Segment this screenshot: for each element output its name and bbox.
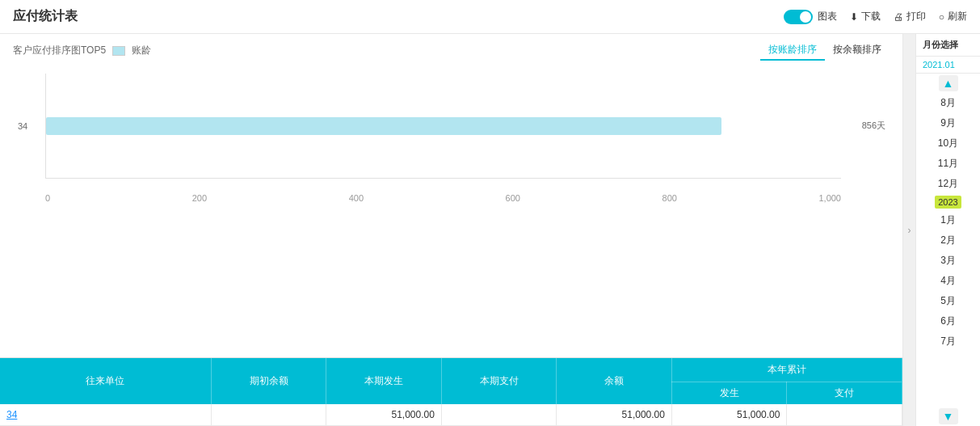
cell-current-occur: 51,000.00 xyxy=(326,404,442,426)
col-current-pay: 本期支付 xyxy=(441,358,557,404)
x-axis: 0 200 400 600 800 1,000 xyxy=(45,193,841,203)
cell-current-pay xyxy=(441,404,557,426)
month-item[interactable]: 6月 xyxy=(928,311,967,331)
x-tick-1000: 1,000 xyxy=(818,193,841,203)
col-balance: 余额 xyxy=(557,358,672,404)
collapse-arrow[interactable]: › xyxy=(902,34,915,426)
chart-area: 34 856天 0 200 400 600 800 1,000 xyxy=(0,67,902,357)
sort-by-amount-btn[interactable]: 按余额排序 xyxy=(825,40,890,61)
main-content: 客户应付排序图TOP5 账龄 按账龄排序 按余额排序 34 xyxy=(0,34,980,426)
month-item[interactable]: 12月 xyxy=(928,174,967,194)
nav-down-button[interactable]: ▼ xyxy=(939,408,958,424)
sidebar-header: 月份选择 xyxy=(916,34,980,57)
cell-ytd-occur: 51,000.00 xyxy=(671,404,787,426)
table-wrap: 往来单位 期初余额 本期发生 本期支付 余额 本年累计 发生 支付 xyxy=(0,358,902,426)
month-item[interactable]: 11月 xyxy=(928,154,967,174)
chart-header: 客户应付排序图TOP5 账龄 按账龄排序 按余额排序 xyxy=(0,34,902,67)
cell-balance: 51,000.00 xyxy=(557,404,672,426)
refresh-label: 刷新 xyxy=(948,10,967,23)
refresh-button[interactable]: ○ 刷新 xyxy=(939,10,967,23)
month-item[interactable]: 5月 xyxy=(928,291,967,311)
col-current-occur: 本期发生 xyxy=(326,358,442,404)
sidebar-nav: ▲ 8月9月10月11月12月20231月2月3月4月5月6月7月 ▼ xyxy=(916,74,980,426)
data-table: 往来单位 期初余额 本期发生 本期支付 余额 本年累计 发生 支付 xyxy=(0,358,902,426)
sidebar: 月份选择 2021.01 ▲ 8月9月10月11月12月20231月2月3月4月… xyxy=(915,34,980,426)
cell-ytd-pay xyxy=(787,404,902,426)
bar-row: 34 856天 xyxy=(46,115,841,137)
chart-legend: 客户应付排序图TOP5 账龄 xyxy=(13,44,151,57)
x-tick-200: 200 xyxy=(192,193,207,203)
nav-up-button[interactable]: ▲ xyxy=(939,75,958,91)
col-ytd: 本年累计 xyxy=(671,358,902,382)
header: 应付统计表 图表 ⬇ 下载 🖨 打印 ○ 刷新 xyxy=(0,0,980,34)
cell-opening xyxy=(211,404,326,426)
print-button[interactable]: 🖨 打印 xyxy=(894,10,926,23)
x-tick-400: 400 xyxy=(349,193,364,203)
month-item[interactable]: 7月 xyxy=(928,331,967,352)
chart-sort: 按账龄排序 按余额排序 xyxy=(760,40,890,61)
print-icon: 🖨 xyxy=(894,11,903,23)
table-section: 往来单位 期初余额 本期发生 本期支付 余额 本年累计 发生 支付 xyxy=(0,357,902,426)
chart-plot: 34 856天 xyxy=(45,74,841,179)
chart-toggle-label: 图表 xyxy=(818,10,837,23)
download-icon: ⬇ xyxy=(850,11,858,23)
table-header-top: 往来单位 期初余额 本期发生 本期支付 余额 本年累计 xyxy=(0,358,902,382)
col-incoming: 往来单位 xyxy=(0,358,211,404)
table-body: 34 51,000.00 51,000.00 51,000.00 xyxy=(0,404,902,426)
download-button[interactable]: ⬇ 下载 xyxy=(850,10,881,23)
month-item[interactable]: 3月 xyxy=(928,251,967,271)
sort-by-balance-btn[interactable]: 按账龄排序 xyxy=(760,40,825,61)
chart-section: 客户应付排序图TOP5 账龄 按账龄排序 按余额排序 34 xyxy=(0,34,902,426)
col-opening: 期初余额 xyxy=(211,358,326,404)
year-badge[interactable]: 2023 xyxy=(935,196,961,209)
header-actions: 图表 ⬇ 下载 🖨 打印 ○ 刷新 xyxy=(784,10,967,24)
sidebar-current: 2021.01 xyxy=(916,57,980,74)
x-tick-600: 600 xyxy=(506,193,520,203)
cell-incoming[interactable]: 34 xyxy=(0,404,211,426)
x-tick-800: 800 xyxy=(662,193,677,203)
chart-inner: 34 856天 0 200 400 600 800 1,000 xyxy=(13,74,890,203)
month-item[interactable]: 2月 xyxy=(928,230,967,251)
col-ytd-occur: 发生 xyxy=(671,382,787,405)
app-container: 应付统计表 图表 ⬇ 下载 🖨 打印 ○ 刷新 xyxy=(0,0,980,426)
table-row: 34 51,000.00 51,000.00 51,000.00 xyxy=(0,404,902,426)
x-tick-0: 0 xyxy=(45,193,50,203)
month-item[interactable]: 4月 xyxy=(928,271,967,291)
legend-text: 客户应付排序图TOP5 xyxy=(13,44,106,57)
legend-box-label: 账龄 xyxy=(132,44,151,57)
bar-end-label: 856天 xyxy=(862,120,885,132)
bar-y-label: 34 xyxy=(18,121,27,131)
bar-fill xyxy=(46,117,721,135)
page-title: 应付统计表 xyxy=(13,8,78,25)
legend-box xyxy=(112,46,125,56)
chart-toggle[interactable] xyxy=(784,10,813,24)
month-item[interactable]: 9月 xyxy=(928,113,967,133)
print-label: 打印 xyxy=(906,10,926,23)
download-label: 下载 xyxy=(861,10,881,23)
month-item[interactable]: 10月 xyxy=(928,133,967,154)
month-item[interactable]: 8月 xyxy=(928,93,967,113)
col-ytd-pay: 支付 xyxy=(787,382,902,405)
chart-toggle-wrap: 图表 xyxy=(784,10,837,24)
month-item[interactable]: 1月 xyxy=(928,210,967,230)
month-list: 8月9月10月11月12月20231月2月3月4月5月6月7月 xyxy=(928,93,967,407)
arrow-right-icon: › xyxy=(908,225,911,236)
refresh-icon: ○ xyxy=(939,11,944,23)
